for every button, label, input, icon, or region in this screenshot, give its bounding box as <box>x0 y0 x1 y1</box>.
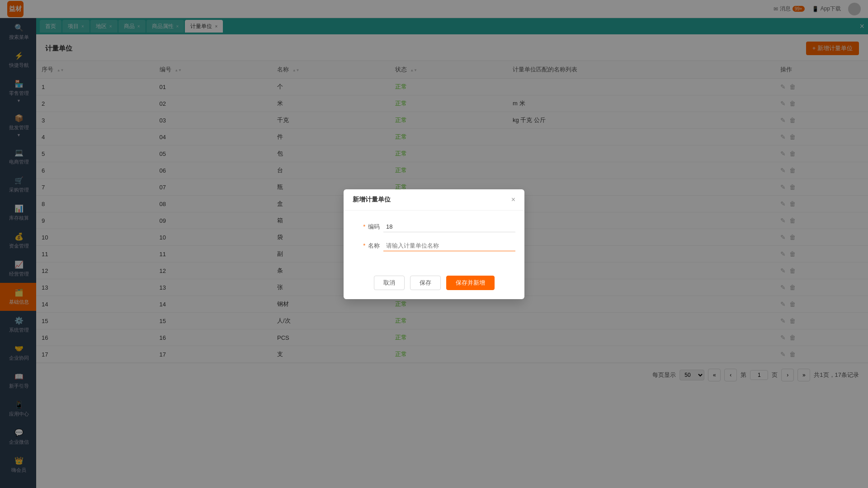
code-label: * 编码 <box>353 223 380 231</box>
code-label-text: 编码 <box>368 223 380 230</box>
modal-overlay: 新增计量单位 × * 编码 * 名称 取消 保存 保存并新增 <box>0 0 868 488</box>
modal-header: 新增计量单位 × <box>344 189 524 211</box>
name-field-row: * 名称 <box>353 240 515 251</box>
required-star: * <box>363 223 365 230</box>
modal-close-button[interactable]: × <box>511 196 515 203</box>
name-label-text: 名称 <box>368 242 380 249</box>
code-input[interactable] <box>383 221 515 232</box>
name-label: * 名称 <box>353 242 380 250</box>
cancel-button[interactable]: 取消 <box>374 276 405 290</box>
modal-body: * 编码 * 名称 <box>344 211 524 270</box>
add-unit-modal: 新增计量单位 × * 编码 * 名称 取消 保存 保存并新增 <box>344 189 524 299</box>
code-field-row: * 编码 <box>353 221 515 232</box>
required-star: * <box>363 242 365 249</box>
modal-title: 新增计量单位 <box>353 196 391 204</box>
save-button[interactable]: 保存 <box>410 276 441 290</box>
save-and-new-button[interactable]: 保存并新增 <box>446 276 495 290</box>
modal-footer: 取消 保存 保存并新增 <box>344 270 524 299</box>
name-input[interactable] <box>383 240 515 251</box>
